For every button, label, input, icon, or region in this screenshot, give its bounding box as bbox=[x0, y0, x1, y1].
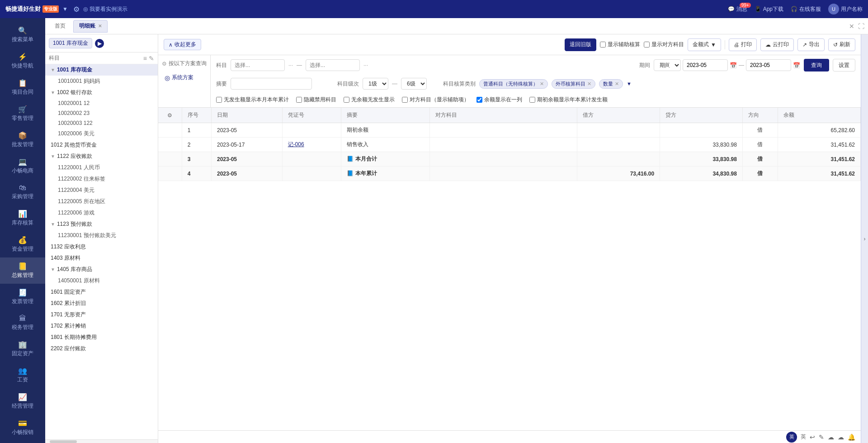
print-btn[interactable]: 🖨 打印 bbox=[729, 38, 757, 51]
tree-item-2202[interactable]: 2202 应付账款 bbox=[45, 343, 158, 354]
checkbox-no-amount-input[interactable] bbox=[216, 97, 222, 103]
sidebar-item-purchase[interactable]: 🛍 采购管理 bbox=[0, 179, 45, 205]
tree-item-1001[interactable]: ▼ 1001 库存现金 bbox=[45, 64, 158, 76]
sidebar-item-assets[interactable]: 🏢 固定资产 bbox=[0, 336, 45, 362]
sidebar-item-retail[interactable]: 🛒 零售管理 bbox=[0, 100, 45, 127]
tree-item-1405[interactable]: ▼ 1405 库存商品 bbox=[45, 264, 158, 275]
col-layout-icon[interactable]: ≡ bbox=[143, 55, 147, 62]
cloud-print-btn[interactable]: ☁ 云打印 bbox=[760, 38, 794, 51]
checkbox-opposite-input[interactable] bbox=[402, 97, 408, 103]
sidebar-item-inventory[interactable]: 📊 库存核算 bbox=[0, 205, 45, 231]
tree-item-1601[interactable]: 1601 固定资产 bbox=[45, 286, 158, 298]
period-end-input[interactable] bbox=[746, 59, 791, 71]
show-opposite-check[interactable]: 显示对方科目 bbox=[644, 41, 684, 48]
amount-mode-btn[interactable]: 金额式 ▼ bbox=[688, 38, 721, 51]
tree-item-10020006[interactable]: 10020006 美元 bbox=[45, 128, 158, 139]
edit-icon[interactable]: ✎ bbox=[819, 433, 824, 441]
tree-item-10020003[interactable]: 10020003 122 bbox=[45, 118, 158, 128]
tree-item-1701[interactable]: 1701 无形资产 bbox=[45, 309, 158, 320]
scheme-item-system[interactable]: ◎ 系统方案 bbox=[162, 72, 207, 83]
checkbox-no-balance[interactable]: 无余额无发生显示 bbox=[344, 96, 395, 104]
tag-close-quantity[interactable]: ✕ bbox=[615, 81, 619, 87]
checkbox-balance-one-col-input[interactable] bbox=[476, 97, 482, 103]
tab-close-btn[interactable]: ✕ bbox=[849, 23, 854, 30]
tree-item-11220002[interactable]: 11220002 往来标签 bbox=[45, 173, 158, 185]
scroll-thumb[interactable] bbox=[50, 440, 77, 443]
export-btn[interactable]: ↗ 导出 bbox=[797, 38, 825, 51]
notification-icon[interactable]: 🔔 bbox=[848, 433, 855, 441]
checkbox-hide-disabled[interactable]: 隐藏禁用科目 bbox=[296, 96, 336, 104]
tab-detail[interactable]: 明细账 ✕ bbox=[73, 20, 108, 33]
subject-level-from-select[interactable]: 1级 bbox=[363, 78, 388, 90]
tree-item-1002[interactable]: ▼ 1002 银行存款 bbox=[45, 87, 158, 98]
sidebar-item-invoice[interactable]: 🧾 发票管理 bbox=[0, 284, 45, 310]
subject-input-from[interactable] bbox=[231, 59, 285, 71]
checkbox-hide-disabled-input[interactable] bbox=[296, 97, 302, 103]
user-menu[interactable]: U 用户名称 bbox=[828, 4, 863, 14]
sidebar-item-ledger[interactable]: 📒 总账管理 bbox=[0, 257, 45, 284]
sidebar-item-payroll[interactable]: 👥 工资 bbox=[0, 362, 45, 388]
cloud-icon-2[interactable]: ☁ bbox=[838, 433, 844, 441]
tree-item-10020002[interactable]: 10020002 23 bbox=[45, 108, 158, 118]
col-edit-icon[interactable]: ✎ bbox=[149, 55, 154, 62]
period-calendar-icon[interactable]: 📅 bbox=[730, 62, 737, 69]
cloud-icon-1[interactable]: ☁ bbox=[828, 433, 834, 441]
expand-filter-btn[interactable]: ∧ 收起更多 bbox=[164, 39, 201, 50]
subject-level-to-select[interactable]: 6级 bbox=[401, 78, 427, 90]
tree-item-1702[interactable]: 1702 累计摊销 bbox=[45, 320, 158, 332]
period-calendar-icon-2[interactable]: 📅 bbox=[793, 62, 800, 69]
back-old-btn[interactable]: 退回旧版 bbox=[565, 38, 596, 51]
show-aux-checkbox[interactable] bbox=[600, 42, 606, 48]
query-btn[interactable]: 查询 bbox=[804, 59, 829, 71]
online-service-btn[interactable]: 🎧 在线客服 bbox=[791, 5, 821, 13]
td-voucher-2[interactable]: 记-006 bbox=[282, 138, 341, 152]
tree-item-1122[interactable]: ▼ 1122 应收账款 bbox=[45, 151, 158, 162]
checkbox-opening-year[interactable]: 期初余额显示年本累计发生额 bbox=[529, 96, 608, 104]
sidebar-item-search[interactable]: 🔍 搜索菜单 bbox=[0, 22, 45, 48]
tree-item-11220005[interactable]: 11220005 所在地区 bbox=[45, 196, 158, 207]
tree-item-1123[interactable]: ▼ 1123 预付账款 bbox=[45, 219, 158, 230]
show-opposite-checkbox[interactable] bbox=[644, 42, 650, 48]
sidebar-item-base-info[interactable]: ℹ 基础信息 bbox=[0, 441, 45, 443]
tab-home[interactable]: 首页 bbox=[49, 20, 71, 33]
tree-item-1801[interactable]: 1801 长期待摊费用 bbox=[45, 332, 158, 343]
message-btn[interactable]: 💬 消息 99+ bbox=[728, 5, 747, 13]
tree-item-10010001[interactable]: 10010001 妈妈妈 bbox=[45, 76, 158, 87]
demo-btn[interactable]: ◎ 我要看实例演示 bbox=[83, 5, 127, 13]
sidebar-item-operations[interactable]: 📈 经营管理 bbox=[0, 388, 45, 414]
summary-input[interactable] bbox=[231, 78, 312, 90]
undo-icon[interactable]: ↩ bbox=[810, 433, 815, 441]
sidebar-item-project[interactable]: 📋 项目合同 bbox=[0, 74, 45, 100]
sidebar-item-wholesale[interactable]: 📦 批发管理 bbox=[0, 127, 45, 153]
subject-input-to[interactable] bbox=[306, 59, 360, 71]
sidebar-item-quick-nav[interactable]: ⚡ 快捷导航 bbox=[0, 48, 45, 74]
period-start-input[interactable] bbox=[683, 59, 728, 71]
tree-item-1012[interactable]: 1012 其他货币资金 bbox=[45, 139, 158, 151]
period-mode-select[interactable]: 期间 bbox=[654, 59, 681, 71]
settings-icon[interactable]: ⚙ bbox=[73, 5, 80, 14]
right-side-expand-btn[interactable]: › bbox=[861, 34, 868, 443]
tab-detail-close[interactable]: ✕ bbox=[98, 24, 102, 29]
tree-item-10020001[interactable]: 10020001 12 bbox=[45, 98, 158, 108]
app-download-btn[interactable]: 📱 App下载 bbox=[755, 5, 783, 13]
company-dropdown[interactable]: ▼ bbox=[62, 6, 68, 12]
sidebar-item-ecommerce[interactable]: 💻 小畅电商 bbox=[0, 153, 45, 179]
tag-close-normal[interactable]: ✕ bbox=[540, 81, 544, 87]
sidebar-item-tax[interactable]: 🏛 税务管理 bbox=[0, 310, 45, 336]
tab-maximize-btn[interactable]: ⛶ bbox=[858, 23, 864, 30]
tree-item-1132[interactable]: 1132 应收利息 bbox=[45, 241, 158, 252]
tree-item-1602[interactable]: 1602 累计折旧 bbox=[45, 298, 158, 309]
th-settings[interactable]: ⚙ bbox=[158, 108, 182, 123]
show-aux-check[interactable]: 显示辅助核算 bbox=[600, 41, 640, 48]
checkbox-opposite-subject[interactable]: 对方科目（显示辅助项） bbox=[402, 96, 469, 104]
refresh-btn[interactable]: ↺ 刷新 bbox=[828, 38, 855, 51]
voucher-link[interactable]: 记-006 bbox=[288, 141, 304, 148]
tree-item-11220001[interactable]: 11220001 人民币 bbox=[45, 162, 158, 173]
tree-item-11220006[interactable]: 11220006 游戏 bbox=[45, 207, 158, 219]
tree-item-14050001[interactable]: 14050001 原材料 bbox=[45, 275, 158, 286]
checkbox-no-balance-input[interactable] bbox=[344, 97, 349, 103]
nav-arrow-btn[interactable]: ▶ bbox=[95, 39, 104, 48]
tag-close-foreign[interactable]: ✕ bbox=[587, 81, 591, 87]
settings-btn[interactable]: 设置 bbox=[833, 59, 855, 71]
horizontal-scrollbar[interactable] bbox=[45, 439, 158, 443]
